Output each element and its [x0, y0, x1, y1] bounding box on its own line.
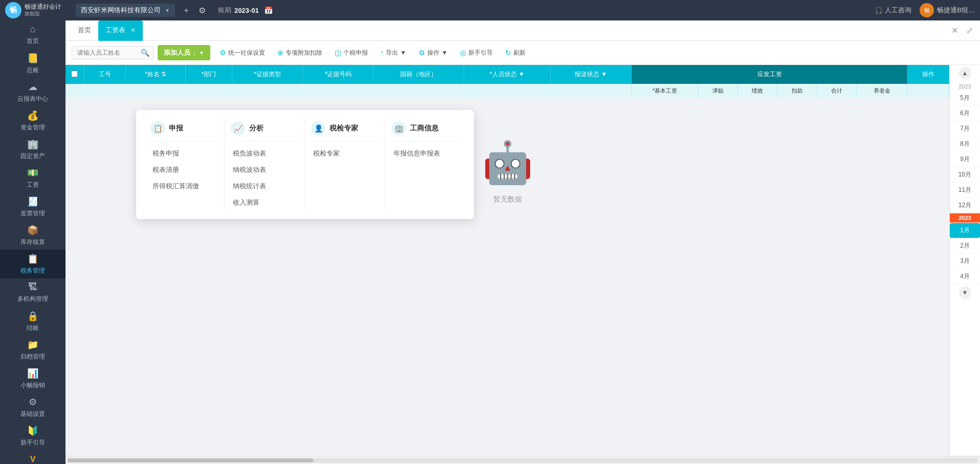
sidebar-label-inventory: 库存核算: [20, 238, 45, 247]
operations-button[interactable]: ⚙ 操作 ▼: [413, 46, 453, 60]
select-all-checkbox[interactable]: [71, 71, 78, 77]
calendar-icon-button[interactable]: 📅: [262, 4, 275, 16]
cal-month-10[interactable]: 10月: [950, 167, 980, 183]
col-operation: 操作: [907, 65, 949, 84]
calendar-panel: ▲ 2023 5月 6月 7月 8月 9月 10月 11月 12月 2023 1…: [949, 65, 980, 456]
sidebar-label-beginner: 新手引导: [20, 438, 45, 447]
membership-icon: V: [30, 455, 36, 464]
company-selector[interactable]: 西安虾米网络科技有限公司 ▼: [76, 4, 175, 17]
window-restore-button[interactable]: ⤢: [964, 24, 975, 37]
bottom-scrollbar[interactable]: [66, 456, 980, 464]
cal-year-marker: 2023: [950, 213, 980, 223]
sidebar-item-multi-org[interactable]: 🏗 多机构管理: [0, 278, 66, 307]
add-company-button[interactable]: ＋: [180, 3, 192, 18]
cal-month-4[interactable]: 4月: [950, 269, 980, 284]
cal-month-2[interactable]: 2月: [950, 238, 980, 254]
multi-org-icon: 🏗: [28, 282, 37, 293]
sidebar-item-archive[interactable]: 📁 归档管理: [0, 336, 66, 364]
sub-col-operation: [907, 84, 949, 98]
menu-item-tax-table[interactable]: 税表清册: [150, 162, 218, 178]
analysis-section-icon: 📈: [231, 121, 245, 136]
calendar-down-button[interactable]: ▼: [959, 286, 971, 299]
sidebar-item-ledger[interactable]: 📒 总账: [0, 49, 66, 78]
settings-button[interactable]: ⚙: [197, 4, 208, 17]
refresh-icon: ↻: [505, 49, 511, 57]
operations-icon: ⚙: [419, 49, 425, 57]
cal-month-5[interactable]: 5月: [950, 91, 980, 106]
scrollbar-thumb[interactable]: [68, 458, 313, 462]
tax-return-icon: ◫: [335, 49, 341, 57]
inventory-icon: 📦: [27, 225, 38, 236]
sidebar-item-closing[interactable]: 🔒 结账: [0, 307, 66, 336]
sidebar-item-payroll[interactable]: 💵 工资: [0, 164, 66, 192]
menu-item-tax-expert[interactable]: 税检专家: [311, 145, 379, 162]
sidebar-item-basic-settings[interactable]: ⚙ 基础设置: [0, 393, 66, 422]
invoice-icon: 🧾: [27, 196, 38, 207]
menu-item-annual-report[interactable]: 年报信息申报表: [391, 145, 460, 162]
sidebar-label-multi-org: 多机构管理: [17, 295, 48, 303]
refresh-button[interactable]: ↻ 刷新: [500, 46, 531, 60]
menu-item-tax-fluctuation[interactable]: 纳税波动表: [231, 162, 298, 178]
period-label: 账期: [218, 6, 231, 15]
social-security-icon: ⚙: [220, 49, 226, 57]
cal-month-7[interactable]: 7月: [950, 121, 980, 137]
scrollbar-track[interactable]: [68, 458, 978, 462]
sidebar-item-beginner[interactable]: 🔰 新手引导: [0, 422, 66, 450]
col-country: 国籍（地区）: [374, 65, 464, 84]
cal-month-12[interactable]: 12月: [950, 198, 980, 213]
support-icon: 🎧: [875, 7, 883, 14]
sidebar-item-home[interactable]: ⌂ 首页: [0, 20, 66, 49]
basic-settings-icon: ⚙: [29, 396, 37, 408]
select-all-cell[interactable]: [66, 65, 84, 84]
sidebar-item-tax[interactable]: 📋 税务管理: [0, 250, 66, 278]
sidebar-item-invoices[interactable]: 🧾 发票管理: [0, 192, 66, 221]
sidebar-item-fixed-assets[interactable]: 🏢 固定资产: [0, 135, 66, 164]
menu-item-income-estimate[interactable]: 收入测算: [231, 194, 298, 211]
cal-month-9[interactable]: 9月: [950, 152, 980, 167]
menu-item-income-tax[interactable]: 所得税汇算清缴: [150, 178, 218, 194]
tab-home[interactable]: 首页: [71, 20, 98, 41]
cal-month-8[interactable]: 8月: [950, 137, 980, 152]
refresh-label: 刷新: [513, 49, 526, 57]
cal-month-6[interactable]: 6月: [950, 106, 980, 121]
add-person-dropdown-arrow[interactable]: ▼: [194, 50, 204, 56]
logo-area: 畅 畅捷通好会计 旗舰版: [5, 2, 71, 18]
social-security-button[interactable]: ⚙ 统一社保设置: [214, 46, 270, 60]
window-close-button[interactable]: ✕: [949, 24, 960, 37]
add-person-button[interactable]: 添加人员 ▼: [158, 45, 210, 60]
guide-button[interactable]: ◎ 新手引导: [455, 46, 498, 60]
cal-month-1[interactable]: 1月: [950, 223, 980, 238]
search-icon: 🔍: [141, 49, 149, 57]
calendar-up-button[interactable]: ▲: [959, 67, 971, 79]
cal-month-3[interactable]: 3月: [950, 254, 980, 269]
cal-month-11[interactable]: 11月: [950, 183, 980, 198]
user-area[interactable]: 畅 畅捷通B组…: [920, 3, 975, 17]
col-id-number: *证据号码: [303, 65, 374, 84]
menu-item-tax-burden[interactable]: 税负波动表: [231, 145, 298, 162]
menu-section-declaration-header: 📋 申报: [150, 118, 218, 141]
menu-section-business-info: 🏢 工商信息 年报信息申报表: [385, 118, 466, 211]
tab-payroll[interactable]: 工资表 ✕: [98, 20, 143, 41]
declaration-section-title: 申报: [169, 124, 183, 133]
tab-close-button[interactable]: ✕: [130, 27, 136, 34]
sidebar-item-membership[interactable]: V 畅会员: [0, 450, 66, 464]
tax-return-button[interactable]: ◫ 个税申报: [330, 46, 373, 60]
sidebar-item-inventory[interactable]: 📦 库存核算: [0, 221, 66, 250]
calendar-nav-top: ▲: [959, 65, 971, 81]
sidebar-label-fixed-assets: 固定资产: [20, 152, 45, 161]
menu-item-tax-declaration[interactable]: 税务申报: [150, 145, 218, 162]
tax-expert-section-icon: 👤: [311, 121, 325, 136]
home-tab-label: 首页: [78, 26, 91, 35]
analysis-section-title: 分析: [249, 124, 264, 133]
company-dropdown-arrow: ▼: [165, 8, 170, 13]
company-name: 西安虾米网络科技有限公司: [81, 6, 161, 15]
menu-item-tax-stats[interactable]: 纳税统计表: [231, 178, 298, 194]
support-button[interactable]: 🎧 人工咨询: [875, 6, 911, 15]
sidebar-item-cloud-reports[interactable]: ☁ 云报表中心: [0, 78, 66, 106]
special-deduction-button[interactable]: ⊕ 专项附加扣除: [272, 46, 328, 60]
sidebar-item-funds[interactable]: 💰 资金管理: [0, 106, 66, 135]
sidebar-item-xiao-chang[interactable]: 📊 小畅报销: [0, 364, 66, 393]
user-name: 畅捷通B组…: [937, 6, 975, 15]
content-area: 首页 工资表 ✕ ✕ ⤢ 🔍 添加人员 ▼: [66, 20, 980, 464]
export-button[interactable]: ↑ 导出 ▼: [375, 46, 411, 60]
